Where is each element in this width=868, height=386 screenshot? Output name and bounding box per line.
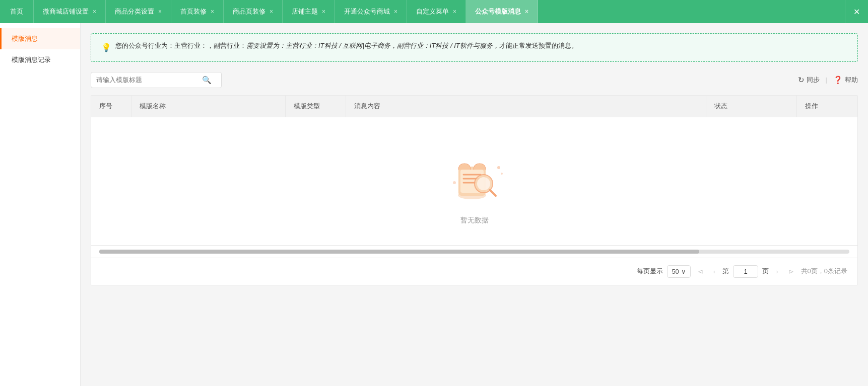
help-label: 帮助 (845, 75, 858, 85)
tab-kthsc-close[interactable]: × (394, 8, 397, 15)
notice-text: 您的公众号行业为：主营行业：，副营行业：需要设置为：主营行业：IT科技 / 互联… (115, 41, 578, 51)
sync-button[interactable]: ↻ 同步 (798, 75, 820, 85)
svg-line-8 (490, 190, 496, 196)
sidebar-item-mbxxjl-label: 模版消息记录 (12, 56, 51, 63)
first-page-button[interactable]: ⊲ (695, 267, 706, 276)
notice-banner: 💡 您的公众号行业为：主营行业：，副营行业：需要设置为：主营行业：IT科技 / … (91, 33, 858, 62)
refresh-icon: ↻ (798, 75, 805, 85)
per-page-label: 每页显示 (637, 267, 663, 276)
page-suffix: 页 (762, 267, 769, 276)
svg-point-9 (497, 166, 500, 169)
tab-syzx-close[interactable]: × (211, 8, 214, 15)
tab-wsc[interactable]: 微商城店铺设置 × (34, 0, 106, 23)
tab-dpt[interactable]: 店铺主题 × (283, 0, 335, 23)
empty-state: 暂无数据 (91, 117, 857, 245)
tab-gzhmbxx-close[interactable]: × (525, 8, 528, 15)
close-all-icon: ✕ (853, 7, 860, 17)
tab-zdycds-close[interactable]: × (453, 8, 456, 15)
tab-spyzx-label: 商品页装修 (233, 7, 265, 16)
tab-wsc-label: 微商城店铺设置 (43, 7, 89, 16)
tab-kthsc[interactable]: 开通公众号商城 × (335, 0, 407, 23)
search-bar: 🔍 ↻ 同步 | ❓ 帮助 (91, 72, 858, 88)
per-page-select[interactable]: 50 ∨ (667, 265, 690, 278)
scrollbar-track[interactable] (99, 250, 849, 254)
th-action: 操作 (797, 96, 857, 117)
main-layout: 模版消息 模版消息记录 💡 您的公众号行业为：主营行业：，副营行业：需要设置为：… (0, 23, 868, 386)
tab-pfl[interactable]: 商品分类设置 × (106, 0, 171, 23)
sidebar-item-mbxx[interactable]: 模版消息 (0, 28, 80, 49)
per-page-value: 50 (672, 268, 679, 275)
page-prefix: 第 (722, 267, 729, 276)
th-index: 序号 (91, 96, 131, 117)
page-input[interactable] (733, 265, 758, 278)
tab-home[interactable]: 首页 (0, 0, 34, 23)
tab-syzx-label: 首页装修 (180, 7, 207, 16)
th-content: 消息内容 (346, 96, 706, 117)
prev-page-button[interactable]: ‹ (710, 267, 718, 276)
scrollbar-thumb[interactable] (99, 250, 699, 254)
horizontal-scrollbar[interactable] (91, 245, 857, 258)
sidebar-item-mbxxjl[interactable]: 模版消息记录 (0, 49, 80, 70)
help-button[interactable]: ❓ 帮助 (833, 75, 858, 85)
tab-syzx[interactable]: 首页装修 × (171, 0, 224, 23)
tab-dpt-label: 店铺主题 (292, 7, 318, 16)
help-circle-icon: ❓ (833, 75, 843, 85)
tab-pfl-label: 商品分类设置 (115, 7, 154, 16)
notice-icon: 💡 (101, 41, 111, 54)
empty-text: 暂无数据 (460, 216, 489, 225)
next-page-button[interactable]: › (773, 267, 781, 276)
tab-pfl-close[interactable]: × (158, 8, 162, 15)
search-input[interactable] (96, 76, 202, 84)
empty-illustration (444, 147, 505, 208)
total-info: 共0页，0条记录 (801, 267, 847, 276)
tab-gzhmbxx[interactable]: 公众号模版消息 × (466, 0, 538, 23)
th-status: 状态 (706, 96, 797, 117)
th-type: 模版类型 (286, 96, 346, 117)
table-header: 序号 模版名称 模版类型 消息内容 状态 操作 (91, 96, 857, 117)
content-area: 💡 您的公众号行业为：主营行业：，副营行业：需要设置为：主营行业：IT科技 / … (81, 23, 868, 386)
search-input-wrap[interactable]: 🔍 (91, 72, 222, 88)
tab-zdycds-label: 自定义菜单 (416, 7, 449, 16)
tab-kthsc-label: 开通公众号商城 (344, 7, 390, 16)
notice-prefix: 您的公众号行业为：主营行业：，副营行业： (115, 42, 246, 49)
sidebar-item-mbxx-label: 模版消息 (12, 35, 38, 42)
tab-bar: 首页 微商城店铺设置 × 商品分类设置 × 首页装修 × 商品页装修 × 店铺主… (0, 0, 868, 23)
tab-wsc-close[interactable]: × (93, 8, 96, 15)
sidebar: 模版消息 模版消息记录 (0, 23, 81, 386)
th-name: 模版名称 (131, 96, 286, 117)
tab-spyzx[interactable]: 商品页装修 × (224, 0, 283, 23)
tab-close-all-button[interactable]: ✕ (845, 0, 868, 23)
notice-highlight: 需要设置为：主营行业：IT科技 / 互联网|电子商务，副营行业：IT科技 / I… (246, 42, 499, 49)
tab-gzhmbxx-label: 公众号模版消息 (475, 7, 521, 16)
svg-point-10 (501, 173, 503, 175)
toolbar-right: ↻ 同步 | ❓ 帮助 (798, 75, 858, 85)
tab-spyzx-close[interactable]: × (270, 8, 273, 15)
tab-zdycds[interactable]: 自定义菜单 × (407, 0, 466, 23)
notice-suffix: 才能正常发送预置的消息。 (499, 42, 578, 49)
svg-point-11 (453, 181, 456, 184)
data-table: 序号 模版名称 模版类型 消息内容 状态 操作 (91, 95, 858, 285)
pagination: 每页显示 50 ∨ ⊲ ‹ 第 页 › ⊳ 共0页，0条记录 (91, 258, 857, 285)
search-icon[interactable]: 🔍 (202, 75, 212, 85)
toolbar-divider: | (826, 76, 827, 84)
chevron-down-icon: ∨ (681, 268, 686, 275)
last-page-button[interactable]: ⊳ (785, 267, 797, 276)
svg-point-7 (477, 177, 490, 190)
sync-label: 同步 (807, 75, 820, 85)
tab-home-label: 首页 (10, 7, 23, 16)
tab-dpt-close[interactable]: × (322, 8, 325, 15)
